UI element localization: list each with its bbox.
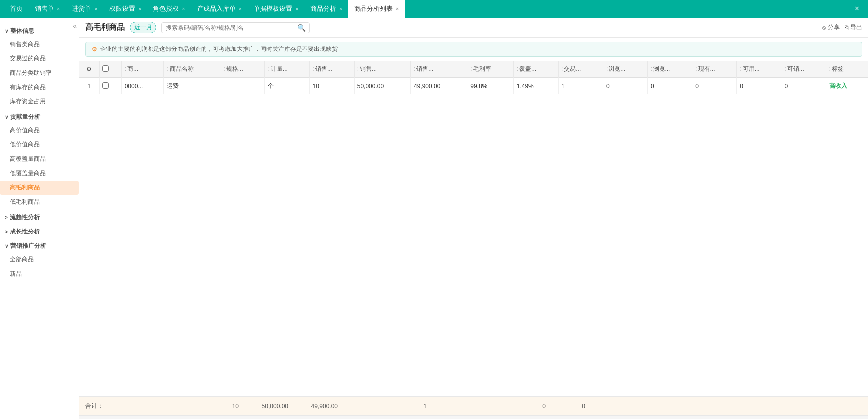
nav-item-单据模板设置[interactable]: 单据模板设置× [248, 0, 304, 18]
share-icon: ⎋ [822, 24, 826, 31]
footer-empty1 [113, 403, 212, 410]
search-icon[interactable]: 🔍 [297, 24, 306, 32]
sidebar-item-交易过的商品[interactable]: 交易过的商品 [0, 51, 79, 66]
export-btn[interactable]: ⎗ 导出 [845, 23, 862, 32]
row-checkbox[interactable] [102, 82, 109, 89]
footer-totals: 合计： 10 50,000.00 49,900.00 1 0 0 [79, 396, 868, 415]
settings-icon[interactable]: ⚙ [86, 66, 92, 73]
section-arrow-icon: ∨ [5, 114, 8, 120]
cell-browse2: 0 [648, 78, 692, 94]
search-input[interactable] [166, 24, 297, 31]
footer-sales-profit: 49,900.00 [291, 403, 341, 410]
cell-sales_amt: 50,000.00 [354, 78, 410, 94]
close-tab-icon[interactable]: × [239, 6, 242, 12]
sidebar-item-高价值商品[interactable]: 高价值商品 [0, 123, 79, 138]
cell-name[interactable]: 运费 [164, 78, 220, 94]
sidebar-item-商品分类助销率[interactable]: 商品分类助销率 [0, 66, 79, 80]
col-sep-icon: : [784, 65, 786, 72]
col-sep-icon: : [223, 65, 225, 72]
col-header-name[interactable]: :商品名称 [164, 61, 220, 78]
close-tab-icon[interactable]: × [57, 6, 60, 12]
sidebar-section-整体信息[interactable]: ∨整体信息 [0, 23, 79, 37]
cell-num: 1 [79, 78, 99, 94]
col-header-spec[interactable]: :规格... [220, 61, 265, 78]
tip-banner: ⚙ 企业的主要的利润都是这部分商品创造的，可考虑加大推广，同时关注库存是不要出现… [85, 42, 862, 57]
cell-saleable: 0 [781, 78, 826, 94]
nav-item-首页[interactable]: 首页 [4, 0, 29, 18]
col-header-num[interactable]: ⚙ [79, 61, 99, 78]
nav-item-商品分析列表[interactable]: 商品分析列表× [348, 0, 405, 18]
nav-item-进货单[interactable]: 进货单× [66, 0, 103, 18]
sidebar-item-低价值商品[interactable]: 低价值商品 [0, 138, 79, 152]
footer-trade: 1 [390, 403, 430, 410]
col-header-browse1[interactable]: :浏览... [603, 61, 647, 78]
col-sep-icon: : [695, 65, 697, 72]
section-arrow-icon: ∨ [5, 243, 8, 249]
col-header-tag[interactable]: :标签 [826, 61, 868, 78]
sidebar-section-贡献量分析[interactable]: ∨贡献量分析 [0, 109, 79, 123]
nav-item-销售单[interactable]: 销售单× [29, 0, 66, 18]
sidebar-item-高覆盖量商品[interactable]: 高覆盖量商品 [0, 152, 79, 166]
close-tab-icon[interactable]: × [339, 6, 342, 12]
col-header-margin_rate[interactable]: :毛利率 [467, 61, 514, 78]
export-icon: ⎗ [845, 24, 848, 31]
col-sep-icon: : [125, 65, 126, 72]
col-header-sales_profit[interactable]: :销售... [410, 61, 467, 78]
sidebar: « ∨整体信息销售类商品交易过的商品商品分类助销率有库存的商品库存资金占用∨贡献… [0, 18, 79, 419]
col-sep-icon: : [651, 65, 652, 72]
close-tab-icon[interactable]: × [295, 6, 298, 12]
share-btn[interactable]: ⎋ 分享 [822, 23, 840, 32]
nav-item-角色授权[interactable]: 角色授权× [147, 0, 191, 18]
cell-code[interactable]: 0000... [121, 78, 164, 94]
tip-icon: ⚙ [92, 46, 97, 53]
sidebar-item-低覆盖量商品[interactable]: 低覆盖量商品 [0, 166, 79, 181]
select-all-checkbox[interactable] [102, 65, 109, 72]
section-arrow-icon: > [5, 215, 8, 220]
close-tab-icon[interactable]: × [396, 6, 399, 12]
cell-tag: 高收入 [826, 78, 868, 94]
col-sep-icon: : [740, 65, 741, 72]
nav-item-商品分析[interactable]: 商品分析× [305, 0, 348, 18]
col-header-current[interactable]: :现有... [692, 61, 737, 78]
sidebar-item-销售类商品[interactable]: 销售类商品 [0, 37, 79, 51]
cell-browse1[interactable]: 0 [603, 78, 647, 94]
col-sep-icon: : [268, 65, 269, 72]
col-sep-icon: : [606, 65, 608, 72]
browse-link[interactable]: 0 [606, 83, 610, 90]
col-header-saleable[interactable]: :可销... [781, 61, 826, 78]
search-box: 🔍 [161, 22, 310, 33]
total-label: 合计： [85, 402, 103, 410]
sidebar-item-高毛利商品[interactable]: 高毛利商品 [0, 181, 79, 195]
sidebar-item-全部商品[interactable]: 全部商品 [0, 252, 79, 267]
col-header-available[interactable]: :可用... [737, 61, 781, 78]
sidebar-item-新品[interactable]: 新品 [0, 267, 79, 281]
cell-unit: 个 [265, 78, 309, 94]
close-tab-icon[interactable]: × [138, 6, 141, 12]
sidebar-section-流趋性分析[interactable]: >流趋性分析 [0, 209, 79, 224]
bottom-scrollbar[interactable] [79, 415, 868, 419]
sidebar-item-低毛利商品[interactable]: 低毛利商品 [0, 195, 79, 209]
sidebar-item-有库存的商品[interactable]: 有库存的商品 [0, 80, 79, 94]
col-header-sales_amt[interactable]: :销售... [354, 61, 410, 78]
nav-item-权限设置[interactable]: 权限设置× [103, 0, 147, 18]
sidebar-item-库存资金占用[interactable]: 库存资金占用 [0, 94, 79, 109]
col-header-trade[interactable]: :交易... [558, 61, 603, 78]
nav-item-产成品入库单[interactable]: 产成品入库单× [191, 0, 248, 18]
sidebar-section-营销推广分析[interactable]: ∨营销推广分析 [0, 238, 79, 252]
col-header-browse2[interactable]: :浏览... [648, 61, 692, 78]
header-actions: ⎋ 分享 ⎗ 导出 [822, 23, 862, 32]
close-tab-icon[interactable]: × [94, 6, 97, 12]
sidebar-section-成长性分析[interactable]: >成长性分析 [0, 224, 79, 238]
footer-available: 0 [549, 403, 588, 410]
close-all-tabs[interactable]: × [850, 4, 864, 13]
filter-recent-month-btn[interactable]: 近一月 [130, 22, 156, 33]
col-sep-icon: : [313, 65, 314, 72]
col-header-sales_qty[interactable]: :销售... [309, 61, 354, 78]
close-tab-icon[interactable]: × [182, 6, 185, 12]
col-header-code[interactable]: :商... [121, 61, 164, 78]
cell-check [99, 78, 121, 94]
col-header-coverage[interactable]: :覆盖... [513, 61, 558, 78]
col-header-unit[interactable]: :计量... [265, 61, 309, 78]
sidebar-collapse-btn[interactable]: « [73, 22, 77, 30]
col-header-check[interactable] [99, 61, 121, 78]
